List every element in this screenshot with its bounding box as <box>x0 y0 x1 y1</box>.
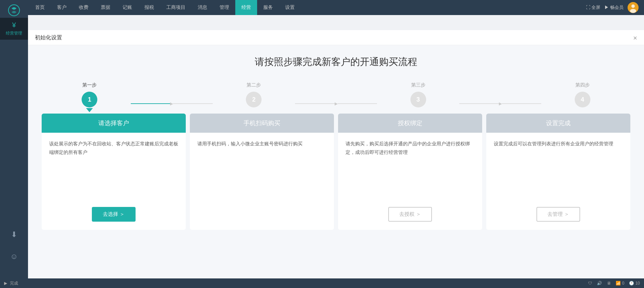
sidebar-logo <box>5 3 23 18</box>
step3-card-body: 请先购买，购买后选择开通的产品中的企业用户进行授权绑定，成功后即可进行经营管理 <box>338 133 482 201</box>
vip-icon: ▶ <box>604 5 609 10</box>
status-text: 完成 <box>10 280 18 286</box>
sidebar-item-support[interactable]: ☺ <box>0 246 28 267</box>
nav-service[interactable]: 服务 <box>257 0 279 15</box>
nav-tax[interactable]: 报税 <box>138 0 160 15</box>
sidebar: ¥ 经营管理 ⬇ ☺ <box>0 0 28 288</box>
nav-business[interactable]: 工商项目 <box>160 0 192 15</box>
page-header: 初始化设置 × <box>28 30 644 45</box>
step3-card: 授权绑定 请先购买，购买后选择开通的产品中的企业用户进行授权绑定，成功后即可进行… <box>338 114 482 230</box>
step1-card-body: 该处展示的客户为不在回收站、客户状态正常建账后完成老板端绑定的所有客户 <box>42 133 186 201</box>
cards-row: 请选择客户 该处展示的客户为不在回收站、客户状态正常建账后完成老板端绑定的所有客… <box>42 114 630 230</box>
play-icon: ▶ <box>4 281 7 286</box>
top-nav: 首页 客户 收费 票据 记账 报税 工商项目 消息 管理 经营 服务 设置 ⛶ … <box>0 0 644 15</box>
yuan-icon: ¥ <box>12 21 16 29</box>
vip-btn[interactable]: ▶ 畅会员 <box>604 4 624 11</box>
step3-action-button[interactable]: 去授权 ＞ <box>388 207 432 222</box>
step1-card-header: 请选择客户 <box>42 114 186 133</box>
content-area: 请按照步骤完成新客户的开通购买流程 第一步 1 ▶ 第二步 2 ▶ <box>28 45 644 288</box>
clock-status: 🕐 10 <box>629 281 640 286</box>
nav-collection[interactable]: 收费 <box>73 0 95 15</box>
step3-circle: 3 <box>410 92 426 107</box>
close-button[interactable]: × <box>633 35 637 41</box>
main-heading: 请按照步骤完成新客户的开通购买流程 <box>42 55 630 68</box>
fullscreen-icon: ⛶ <box>586 5 590 10</box>
avatar[interactable] <box>628 2 639 13</box>
step4-card-body: 设置完成后可以在管理列表进行所有企业用户的经营管理 <box>486 133 630 201</box>
nav-message[interactable]: 消息 <box>192 0 213 15</box>
step3-card-footer: 去授权 ＞ <box>338 201 482 230</box>
step1-card-footer: 去选择 ＞ <box>42 201 186 230</box>
nav-home[interactable]: 首页 <box>29 0 51 15</box>
nav-settings[interactable]: 设置 <box>279 0 301 15</box>
sidebar-item-download[interactable]: ⬇ <box>0 224 28 246</box>
step4-label: 第四步 <box>575 82 590 88</box>
step4-card-footer: 去管理 ＞ <box>486 201 630 230</box>
step1-circle: 1 <box>82 92 97 107</box>
svg-point-3 <box>630 9 636 13</box>
volume-icon: 🔊 <box>597 281 602 286</box>
screen-icon: 🖥 <box>607 281 611 286</box>
step4-card: 设置完成 设置完成后可以在管理列表进行所有企业用户的经营管理 去管理 ＞ <box>486 114 630 230</box>
step4-action-button[interactable]: 去管理 ＞ <box>536 207 580 222</box>
nav-customer[interactable]: 客户 <box>51 0 73 15</box>
page-title: 初始化设置 <box>35 34 62 41</box>
step4-card-header: 设置完成 <box>486 114 630 133</box>
step2-card-body: 请用手机扫码，输入小微企业主账号密码进行购买 <box>190 133 334 216</box>
nav-management[interactable]: 管理 <box>213 0 235 15</box>
shield-icon: 🛡 <box>588 281 592 286</box>
step1-label: 第一步 <box>82 82 97 88</box>
step3-card-header: 授权绑定 <box>338 114 482 133</box>
network-status: 📶 0 <box>616 281 624 286</box>
status-bar: ▶ 完成 🛡 🔊 🖥 📶 0 🕐 10 <box>0 278 644 288</box>
step2-card: 手机扫码购买 请用手机扫码，输入小微企业主账号密码进行购买 <box>190 114 334 230</box>
step2-card-footer <box>190 216 334 230</box>
nav-operations[interactable]: 经营 <box>235 0 257 15</box>
sidebar-item-jingying[interactable]: ¥ 经营管理 <box>0 18 28 40</box>
nav-accounting[interactable]: 记账 <box>116 0 138 15</box>
download-icon: ⬇ <box>11 230 17 239</box>
svg-point-2 <box>631 4 635 8</box>
step4-circle: 4 <box>575 92 590 107</box>
step2-circle: 2 <box>246 92 262 107</box>
step2-card-header: 手机扫码购买 <box>190 114 334 133</box>
step3-label: 第三步 <box>411 82 425 88</box>
support-icon: ☺ <box>10 252 18 261</box>
sidebar-item-label: 经营管理 <box>6 30 22 36</box>
step1-action-button[interactable]: 去选择 ＞ <box>92 207 136 222</box>
nav-invoice[interactable]: 票据 <box>95 0 116 15</box>
step1-card: 请选择客户 该处展示的客户为不在回收站、客户状态正常建账后完成老板端绑定的所有客… <box>42 114 186 230</box>
fullscreen-btn[interactable]: ⛶ 全屏 <box>586 4 601 11</box>
step2-label: 第二步 <box>247 82 261 88</box>
main-wrapper: 初始化设置 × 请按照步骤完成新客户的开通购买流程 第一步 1 ▶ 第二步 2 <box>28 30 644 288</box>
svg-point-0 <box>9 5 19 16</box>
